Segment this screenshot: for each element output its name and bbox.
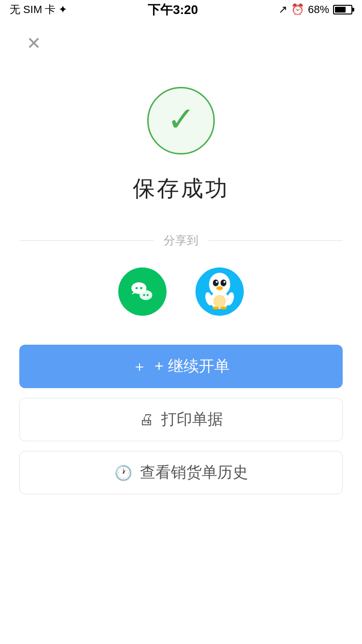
svg-point-12 [223, 281, 225, 283]
plus-icon: ＋ [132, 357, 147, 377]
svg-point-10 [221, 280, 226, 286]
wechat-icon [128, 277, 157, 306]
status-right: ↗ ⏰ 68% [278, 3, 352, 16]
share-divider: 分享到 [19, 233, 343, 248]
wechat-share-button[interactable] [118, 267, 167, 316]
status-bar: 无 SIM 卡 ✦ 下午3:20 ↗ ⏰ 68% [0, 0, 362, 19]
svg-point-2 [136, 287, 138, 289]
svg-point-3 [140, 287, 142, 289]
share-icons [118, 267, 244, 316]
no-sim-text: 无 SIM 卡 ✦ [10, 2, 67, 17]
printer-icon: 🖨 [139, 411, 153, 428]
svg-point-16 [212, 307, 219, 309]
close-icon: ✕ [27, 33, 41, 54]
battery-percent: 68% [308, 3, 329, 16]
qq-share-button[interactable] [195, 267, 244, 316]
svg-point-15 [213, 295, 226, 308]
alarm-icon: ⏰ [291, 3, 304, 16]
share-section: 分享到 [19, 233, 343, 316]
status-left: 无 SIM 卡 ✦ [10, 2, 67, 17]
success-title: 保存成功 [133, 174, 229, 204]
svg-point-5 [147, 294, 149, 296]
svg-point-4 [143, 294, 145, 296]
divider-right [208, 240, 343, 241]
print-button[interactable]: 🖨 打印单据 [19, 398, 343, 441]
divider-left [19, 240, 154, 241]
status-time: 下午3:20 [148, 1, 198, 18]
checkmark-icon: ✓ [167, 102, 195, 136]
close-button[interactable]: ✕ [19, 29, 48, 58]
actions-section: ＋ + 继续开单 🖨 打印单据 🕐 查看销货单历史 [19, 345, 343, 494]
svg-point-13 [216, 286, 223, 290]
svg-point-1 [139, 290, 152, 300]
qq-icon [195, 267, 244, 316]
main-content: ✕ ✓ 保存成功 分享到 [0, 19, 362, 644]
battery-icon [333, 5, 352, 14]
print-label: 打印单据 [161, 409, 223, 430]
clock-icon: 🕐 [114, 464, 132, 481]
svg-point-17 [220, 307, 227, 309]
svg-point-11 [216, 281, 218, 283]
history-button[interactable]: 🕐 查看销货单历史 [19, 451, 343, 494]
continue-order-button[interactable]: ＋ + 继续开单 [19, 345, 343, 388]
success-circle: ✓ [147, 87, 215, 154]
direction-icon: ↗ [278, 3, 287, 16]
continue-order-label: + 继续开单 [154, 356, 230, 377]
success-section: ✓ 保存成功 [19, 87, 343, 204]
svg-point-9 [213, 280, 219, 286]
history-label: 查看销货单历史 [140, 462, 248, 483]
share-label: 分享到 [154, 233, 208, 248]
